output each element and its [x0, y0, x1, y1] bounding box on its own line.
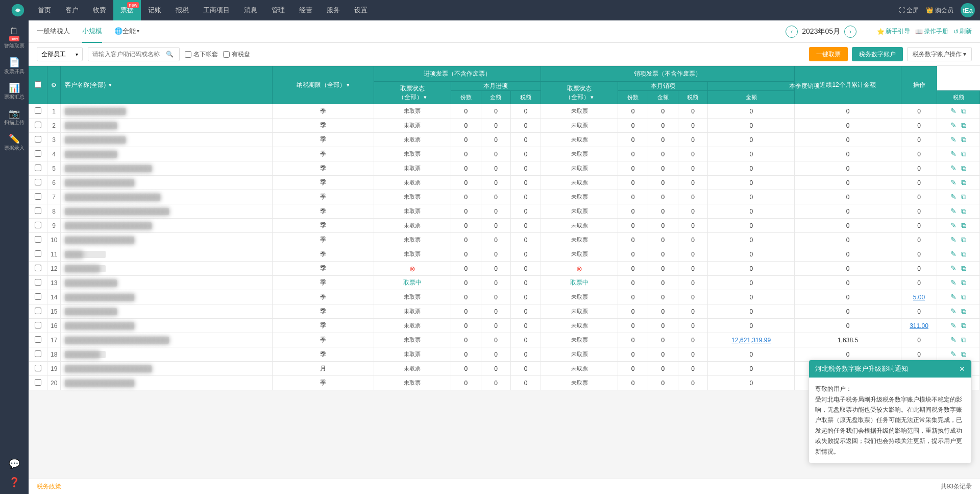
edit-icon[interactable]: ✎ [950, 135, 957, 144]
sidebar-item-invoice[interactable]: 📄 发票开具 [1, 55, 28, 78]
tab-small-scale[interactable]: 小规模 [82, 20, 102, 43]
edit-icon[interactable]: ✎ [950, 278, 957, 287]
rolling12-value[interactable]: 5.00 [913, 294, 925, 301]
row-select-checkbox[interactable] [35, 150, 41, 157]
sidebar-item-ticket[interactable]: 🗒 new 智能取票 [1, 23, 28, 53]
copy-icon[interactable]: ⧉ [961, 236, 966, 244]
copy-icon[interactable]: ⧉ [961, 264, 966, 272]
edit-icon[interactable]: ✎ [950, 164, 957, 172]
copy-icon[interactable]: ⧉ [961, 307, 966, 315]
row-select-checkbox[interactable] [35, 222, 41, 228]
manual-btn[interactable]: 📖 操作手册 [915, 27, 948, 36]
row-select-checkbox[interactable] [35, 122, 41, 128]
sidebar-item-chat[interactable]: 💬 [1, 456, 28, 472]
nav-admin[interactable]: 管理 [264, 0, 292, 20]
search-icon[interactable]: 🔍 [166, 51, 174, 58]
nav-billing[interactable]: 收费 [86, 0, 113, 20]
nav-tax[interactable]: 报税 [168, 0, 196, 20]
edit-icon[interactable]: ✎ [950, 293, 957, 301]
sidebar-item-scan[interactable]: 📷 扫描上传 [1, 106, 28, 129]
youshupan-checkbox[interactable] [223, 51, 230, 58]
copy-icon[interactable]: ⧉ [961, 350, 966, 358]
copy-icon[interactable]: ⧉ [961, 121, 966, 129]
rolling12-value[interactable]: 311.00 [910, 322, 928, 330]
prev-month-btn[interactable]: ‹ [786, 26, 798, 38]
row-select-checkbox[interactable] [35, 379, 41, 386]
copy-icon[interactable]: ⧉ [961, 164, 966, 172]
employee-select[interactable]: 全部员工 ▾ [37, 47, 83, 61]
row-select-checkbox[interactable] [35, 322, 41, 328]
copy-icon[interactable]: ⧉ [961, 293, 966, 301]
nav-customer[interactable]: 客户 [58, 0, 86, 20]
shuiwu-op-btn[interactable]: 税务数字账户操作 ▾ [907, 47, 972, 61]
sidebar-item-summary[interactable]: 📊 票据汇总 [1, 80, 28, 104]
tax-policy-link[interactable]: 税务政策 [37, 482, 61, 491]
yijian-btn[interactable]: 一键取票 [809, 47, 848, 61]
copy-icon[interactable]: ⧉ [961, 221, 966, 229]
nav-home[interactable]: 首页 [31, 0, 58, 20]
row-select-checkbox[interactable] [35, 293, 41, 300]
membership-btn[interactable]: 👑 购会员 [926, 6, 953, 15]
youshupan-checkbox-label[interactable]: 有税盘 [223, 50, 250, 59]
copy-icon[interactable]: ⧉ [961, 150, 966, 158]
row-select-checkbox[interactable] [35, 236, 41, 243]
row-select-checkbox[interactable] [35, 193, 41, 200]
sidebar-item-help[interactable]: ❓ [1, 475, 28, 490]
next-month-btn[interactable]: › [844, 26, 856, 38]
row-select-checkbox[interactable] [35, 207, 41, 214]
tab-all[interactable]: 🌐 全能 ▾ [114, 20, 139, 43]
copy-icon[interactable]: ⧉ [961, 321, 966, 330]
nav-management[interactable]: 经营 [292, 0, 320, 20]
search-input[interactable] [92, 51, 164, 58]
copy-icon[interactable]: ⧉ [961, 336, 966, 344]
copy-icon[interactable]: ⧉ [961, 135, 966, 144]
row-select-checkbox[interactable] [35, 365, 41, 371]
edit-icon[interactable]: ✎ [950, 121, 957, 129]
edit-icon[interactable]: ✎ [950, 150, 957, 158]
nav-bizproject[interactable]: 工商项目 [196, 0, 237, 20]
row-select-checkbox[interactable] [35, 136, 41, 143]
avatar[interactable]: tEa [961, 3, 975, 17]
edit-icon[interactable]: ✎ [950, 264, 957, 272]
xiazhangshe-checkbox[interactable] [185, 51, 191, 58]
nav-service[interactable]: 服务 [320, 0, 347, 20]
row-select-checkbox[interactable] [35, 107, 41, 114]
edit-icon[interactable]: ✎ [950, 207, 957, 215]
copy-icon[interactable]: ⧉ [961, 178, 966, 186]
row-select-checkbox[interactable] [35, 279, 41, 286]
select-all-checkbox[interactable] [35, 81, 41, 88]
copy-icon[interactable]: ⧉ [961, 250, 966, 258]
edit-icon[interactable]: ✎ [950, 221, 957, 229]
row-select-checkbox[interactable] [35, 179, 41, 185]
edit-icon[interactable]: ✎ [950, 307, 957, 315]
edit-icon[interactable]: ✎ [950, 321, 957, 330]
edit-icon[interactable]: ✎ [950, 336, 957, 344]
notif-close-btn[interactable]: ✕ [959, 365, 965, 373]
xiazhangshe-checkbox-label[interactable]: 名下帐套 [185, 50, 218, 59]
fullscreen-btn[interactable]: ⛶ 全屏 [899, 6, 919, 15]
row-select-checkbox[interactable] [35, 308, 41, 314]
new-guide-btn[interactable]: ⭐ 新手引导 [877, 27, 910, 36]
nav-settings[interactable]: 设置 [347, 0, 375, 20]
edit-icon[interactable]: ✎ [950, 250, 957, 258]
row-select-checkbox[interactable] [35, 336, 41, 343]
row-select-checkbox[interactable] [35, 250, 41, 257]
row-select-checkbox[interactable] [35, 350, 41, 357]
copy-icon[interactable]: ⧉ [961, 278, 966, 287]
row-select-checkbox[interactable] [35, 265, 41, 271]
edit-icon[interactable]: ✎ [950, 193, 957, 201]
shuiwu-btn[interactable]: 税务数字账户 [852, 47, 903, 61]
edit-icon[interactable]: ✎ [950, 236, 957, 244]
row-select-checkbox[interactable] [35, 164, 41, 171]
refresh-btn[interactable]: ↺ 刷新 [953, 27, 972, 36]
nav-message[interactable]: 消息 [237, 0, 264, 20]
edit-icon[interactable]: ✎ [950, 178, 957, 186]
sidebar-item-entry[interactable]: ✏️ 票据录入 [1, 131, 28, 155]
copy-icon[interactable]: ⧉ [961, 207, 966, 215]
copy-icon[interactable]: ⧉ [961, 107, 966, 115]
tab-general-taxpayer[interactable]: 一般纳税人 [37, 20, 70, 43]
edit-icon[interactable]: ✎ [950, 350, 957, 358]
copy-icon[interactable]: ⧉ [961, 193, 966, 201]
nav-accounting[interactable]: 记账 [141, 0, 168, 20]
nav-invoice[interactable]: 票据 new [113, 0, 141, 20]
